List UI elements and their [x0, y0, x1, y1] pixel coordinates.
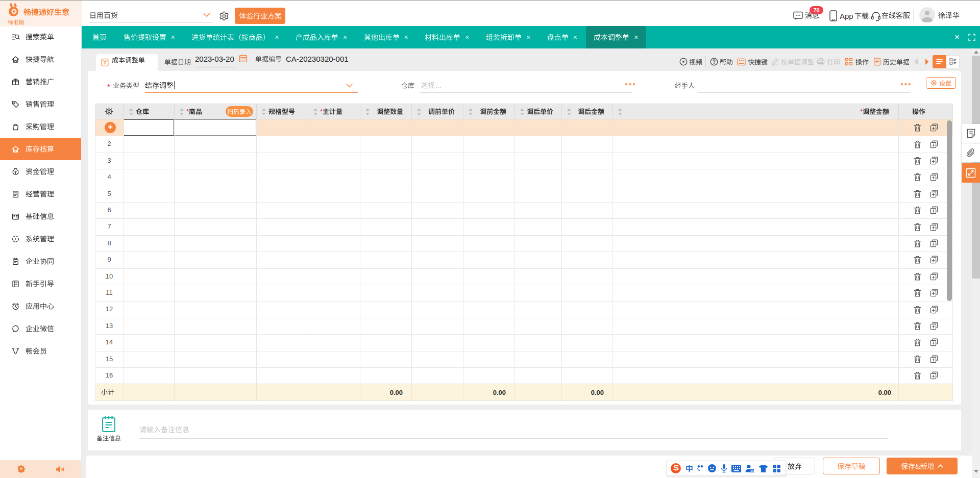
svg-text:15: 15: [750, 469, 754, 472]
